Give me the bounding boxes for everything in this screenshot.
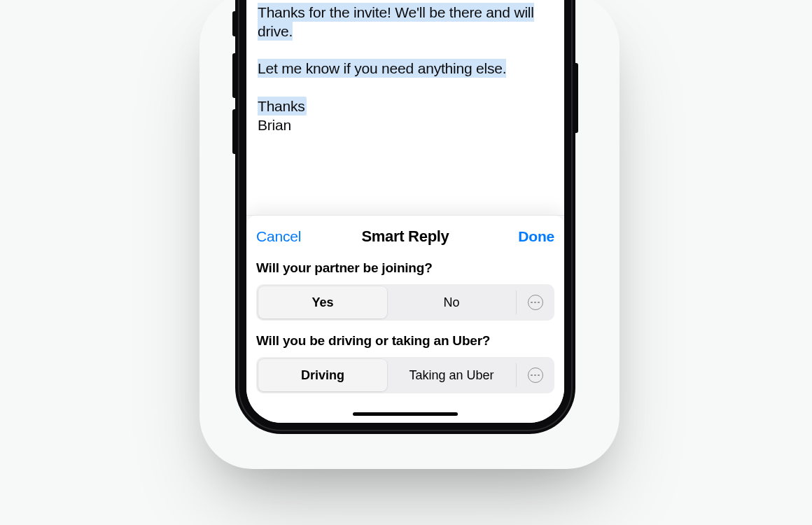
segment-more-button[interactable] [516, 363, 552, 387]
question-block-2: Will you be driving or taking an Uber? D… [256, 333, 554, 393]
question-label: Will your partner be joining? [256, 260, 554, 276]
ellipsis-icon [528, 295, 543, 310]
segment-option-label: Yes [312, 295, 333, 310]
panel-header: Cancel Smart Reply Done [256, 228, 554, 245]
home-indicator[interactable] [353, 412, 458, 416]
volume-down-button [232, 109, 235, 154]
power-button [575, 63, 578, 133]
volume-up-button [232, 53, 235, 98]
question-label: Will you be driving or taking an Uber? [256, 333, 554, 349]
screen: Hi Jasmine Thanks for the invite! We'll … [246, 0, 564, 423]
smart-reply-panel: Cancel Smart Reply Done Will your partne… [246, 216, 564, 423]
segment-option-no[interactable]: No [387, 286, 516, 318]
segment-option-yes[interactable]: Yes [258, 286, 387, 318]
ellipsis-icon [528, 368, 543, 383]
email-compose-body[interactable]: Hi Jasmine Thanks for the invite! We'll … [246, 0, 564, 152]
done-button[interactable]: Done [518, 228, 554, 245]
question-block-1: Will your partner be joining? Yes No [256, 260, 554, 321]
segment-option-label: Taking an Uber [409, 368, 493, 383]
cancel-button[interactable]: Cancel [256, 228, 301, 245]
email-selected-text[interactable]: Hi Jasmine Thanks for the invite! We'll … [258, 0, 534, 115]
email-signature[interactable]: Brian [258, 117, 291, 133]
segmented-control: Driving Taking an Uber [256, 357, 554, 393]
segment-option-label: Driving [301, 368, 344, 383]
side-button [232, 11, 235, 36]
panel-title: Smart Reply [361, 227, 449, 246]
segment-more-button[interactable] [516, 290, 552, 314]
segment-option-driving[interactable]: Driving [258, 359, 387, 391]
segment-option-label: No [443, 295, 459, 310]
segment-option-uber[interactable]: Taking an Uber [387, 359, 516, 391]
phone-frame: Hi Jasmine Thanks for the invite! We'll … [235, 0, 575, 434]
segmented-control: Yes No [256, 284, 554, 321]
